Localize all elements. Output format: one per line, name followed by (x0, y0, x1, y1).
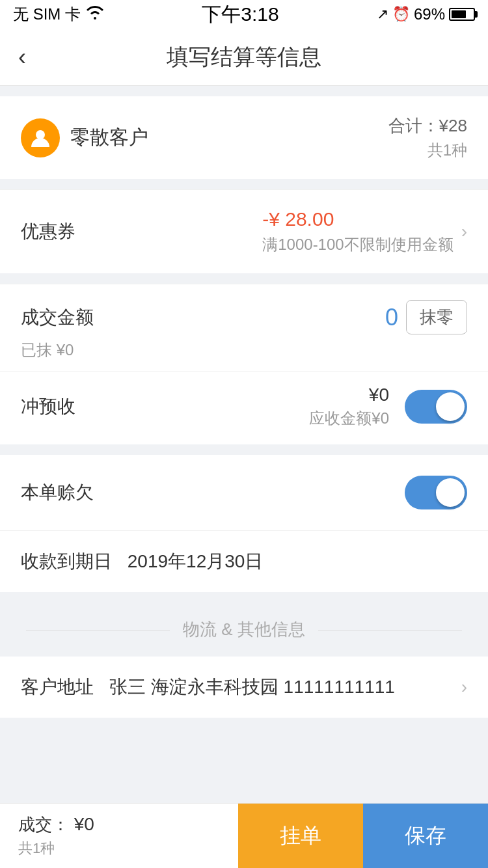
coupon-label: 优惠券 (21, 219, 75, 244)
customer-name: 零散客户 (70, 124, 148, 151)
address-value: 张三 海淀永丰科技园 11111111111 (109, 675, 461, 699)
coupon-chevron-icon: › (461, 221, 467, 242)
customer-summary: 合计：¥28 共1种 (388, 115, 467, 161)
wifi-icon (86, 5, 104, 23)
debt-toggle-thumb (436, 478, 465, 507)
nav-bar: ‹ 填写结算等信息 (0, 29, 488, 86)
avatar (21, 118, 60, 157)
save-label: 保存 (405, 822, 446, 850)
precollect-values: ¥0 应收金额¥0 (309, 385, 389, 429)
address-label: 客户地址 (21, 675, 94, 699)
transaction-value[interactable]: 0 (385, 304, 398, 331)
coupon-discount: -¥ 28.00 (262, 208, 453, 230)
debt-card: 本单赊欠 收款到期日 2019年12月30日 (0, 455, 488, 592)
customer-card: 零散客户 合计：¥28 共1种 (0, 96, 488, 179)
customer-row: 零散客户 合计：¥28 共1种 (0, 96, 488, 179)
address-chevron-icon: › (461, 677, 467, 698)
hang-button[interactable]: 挂单 (238, 804, 363, 868)
precollect-row: 冲预收 ¥0 应收金额¥0 (0, 371, 488, 444)
debt-row: 本单赊欠 (0, 455, 488, 530)
coupon-row[interactable]: 优惠券 -¥ 28.00 满1000-100不限制使用金额 › (0, 189, 488, 273)
bottom-deal-line: 成交： ¥0 (18, 813, 220, 836)
bottom-bar: 成交： ¥0 共1种 挂单 保存 (0, 803, 488, 868)
transaction-right: 0 抹零 (385, 300, 467, 334)
duedate-row[interactable]: 收款到期日 2019年12月30日 (0, 530, 488, 592)
carrier-text: 无 SIM 卡 (13, 4, 81, 25)
precollect-toggle[interactable] (405, 390, 467, 424)
duedate-label: 收款到期日 (21, 551, 112, 571)
status-time: 下午3:18 (202, 1, 278, 28)
round-button[interactable]: 抹零 (406, 300, 467, 334)
bottom-deal-amount: ¥0 (74, 814, 94, 834)
precollect-sub: 应收金额¥0 (309, 408, 389, 429)
alarm-icon: ⏰ (392, 6, 410, 23)
bottom-deal-label: 成交： (18, 815, 69, 834)
toggle-thumb (436, 392, 465, 421)
status-bar: 无 SIM 卡 下午3:18 ↗ ⏰ 69% (0, 0, 488, 29)
logistics-divider: 物流 & 其他信息 (0, 603, 488, 657)
precollect-right: ¥0 应收金额¥0 (309, 385, 467, 429)
address-card[interactable]: 客户地址 张三 海淀永丰科技园 11111111111 › (0, 657, 488, 718)
bottom-count: 共1种 (18, 839, 220, 858)
transaction-label: 成交金额 (21, 305, 94, 330)
battery-icon (449, 8, 475, 21)
debt-toggle[interactable] (405, 476, 467, 509)
save-button[interactable]: 保存 (363, 804, 488, 868)
page-title: 填写结算等信息 (167, 42, 321, 72)
transaction-sub: 已抹 ¥0 (0, 340, 488, 371)
status-left: 无 SIM 卡 (13, 4, 104, 25)
coupon-card[interactable]: 优惠券 -¥ 28.00 满1000-100不限制使用金额 › (0, 189, 488, 273)
precollect-amount: ¥0 (309, 385, 389, 405)
coupon-sub: 满1000-100不限制使用金额 (262, 234, 453, 255)
hang-label: 挂单 (280, 822, 321, 850)
item-count: 共1种 (388, 140, 467, 161)
precollect-label: 冲预收 (21, 394, 75, 419)
svg-point-0 (36, 130, 45, 139)
location-icon: ↗ (377, 6, 388, 23)
logistics-text: 物流 & 其他信息 (170, 618, 318, 641)
transaction-row: 成交金额 0 抹零 (0, 284, 488, 340)
battery-percent: 69% (414, 5, 445, 23)
transaction-card: 成交金额 0 抹零 已抹 ¥0 冲预收 ¥0 应收金额¥0 (0, 284, 488, 444)
status-right: ↗ ⏰ 69% (377, 5, 475, 23)
total-amount: 合计：¥28 (388, 115, 467, 137)
back-button[interactable]: ‹ (18, 44, 26, 71)
bottom-info: 成交： ¥0 共1种 (0, 813, 238, 858)
duedate-value: 2019年12月30日 (128, 551, 264, 571)
debt-label: 本单赊欠 (21, 480, 94, 505)
coupon-values: -¥ 28.00 满1000-100不限制使用金额 (262, 208, 453, 255)
customer-left: 零散客户 (21, 118, 148, 157)
coupon-right: -¥ 28.00 满1000-100不限制使用金额 › (262, 208, 467, 255)
address-row[interactable]: 客户地址 张三 海淀永丰科技园 11111111111 › (0, 657, 488, 718)
